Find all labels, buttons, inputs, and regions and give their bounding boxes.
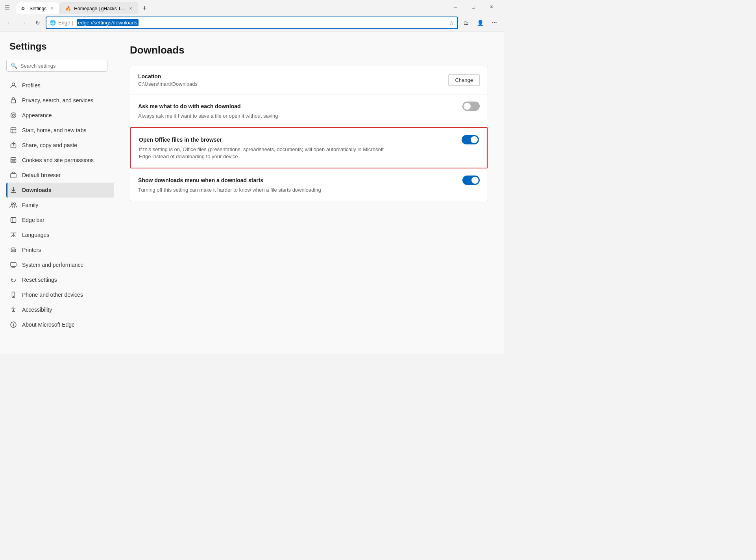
menu-button[interactable]: ··· bbox=[488, 17, 501, 29]
sidebar-item-about-label: About Microsoft Edge bbox=[22, 322, 75, 328]
sidebar-item-share[interactable]: Share, copy and paste bbox=[6, 138, 114, 153]
sidebar-item-privacy[interactable]: Privacy, search, and services bbox=[6, 93, 114, 108]
sidebar-item-printers-label: Printers bbox=[22, 247, 41, 253]
back-button[interactable]: ← bbox=[3, 17, 16, 29]
open-office-toggle-thumb bbox=[471, 136, 478, 143]
svg-point-25 bbox=[13, 307, 14, 308]
maximize-button[interactable]: □ bbox=[464, 1, 482, 13]
minimize-button[interactable]: ─ bbox=[446, 1, 464, 13]
browser-window: ☰ ⚙ Settings ✕ 🔥 Homepage | gHacks Techn… bbox=[0, 0, 504, 354]
svg-rect-11 bbox=[11, 174, 16, 178]
about-icon bbox=[9, 321, 17, 329]
sidebar-item-accessibility-label: Accessibility bbox=[22, 307, 52, 313]
tab-homepage[interactable]: 🔥 Homepage | gHacks Technology ✕ bbox=[60, 2, 138, 15]
sidebar: Settings 🔍 Profiles Privacy, search, and… bbox=[0, 31, 114, 354]
new-tab-button[interactable]: + bbox=[139, 3, 150, 14]
forward-button[interactable]: → bbox=[17, 17, 30, 29]
tab-bar: ⚙ Settings ✕ 🔥 Homepage | gHacks Technol… bbox=[13, 0, 445, 15]
tab-settings[interactable]: ⚙ Settings ✕ bbox=[16, 2, 59, 15]
close-button[interactable]: ✕ bbox=[482, 1, 501, 13]
sidebar-item-reset-label: Reset settings bbox=[22, 277, 57, 283]
sidebar-item-downloads[interactable]: Downloads bbox=[6, 183, 114, 198]
settings-tab-close[interactable]: ✕ bbox=[50, 6, 54, 11]
sidebar-item-edge-bar-label: Edge bar bbox=[22, 217, 44, 223]
system-icon bbox=[9, 261, 17, 269]
sidebar-item-cookies[interactable]: Cookies and site permissions bbox=[6, 153, 114, 168]
sidebar-item-languages[interactable]: Languages bbox=[6, 227, 114, 242]
svg-rect-19 bbox=[12, 251, 15, 252]
sidebar-item-system[interactable]: System and performance bbox=[6, 257, 114, 272]
appearance-icon bbox=[9, 111, 17, 119]
change-button[interactable]: Change bbox=[448, 74, 480, 86]
settings-tab-label: Settings bbox=[30, 6, 46, 11]
search-icon: 🔍 bbox=[11, 63, 17, 69]
show-downloads-toggle-thumb bbox=[471, 177, 479, 184]
share-icon bbox=[9, 141, 17, 149]
collections-button[interactable]: 🗂 bbox=[460, 17, 472, 29]
sidebar-item-profiles[interactable]: Profiles bbox=[6, 78, 114, 93]
search-box[interactable]: 🔍 bbox=[6, 60, 107, 72]
title-bar: ☰ ⚙ Settings ✕ 🔥 Homepage | gHacks Techn… bbox=[0, 0, 504, 14]
sidebar-item-about[interactable]: About Microsoft Edge bbox=[6, 317, 114, 332]
homepage-tab-close[interactable]: ✕ bbox=[128, 6, 133, 11]
favorites-icon[interactable]: ☆ bbox=[449, 20, 454, 26]
sidebar-item-accessibility[interactable]: Accessibility bbox=[6, 302, 114, 317]
sidebar-item-phone[interactable]: Phone and other devices bbox=[6, 287, 114, 302]
address-bar[interactable]: 🌐 Edge | edge://settings/downloads ☆ bbox=[46, 17, 458, 29]
location-row: Location C:\Users\marti\Downloads Change bbox=[130, 66, 488, 94]
reset-icon bbox=[9, 276, 17, 284]
family-icon bbox=[9, 201, 17, 209]
accessibility-icon bbox=[9, 306, 17, 314]
ask-download-toggle-thumb bbox=[464, 103, 471, 110]
sidebar-toggle-icon[interactable]: ☰ bbox=[3, 3, 11, 11]
sidebar-item-languages-label: Languages bbox=[22, 232, 49, 238]
svg-rect-4 bbox=[11, 128, 16, 133]
open-office-desc: If this setting is on, Office files (pre… bbox=[139, 146, 391, 160]
sidebar-item-phone-label: Phone and other devices bbox=[22, 292, 83, 298]
sidebar-item-start-label: Start, home, and new tabs bbox=[22, 127, 86, 133]
open-office-toggle[interactable] bbox=[462, 135, 479, 144]
show-downloads-toggle[interactable] bbox=[462, 176, 480, 185]
profile-button[interactable]: 👤 bbox=[474, 17, 486, 29]
sidebar-title: Settings bbox=[6, 41, 114, 52]
svg-rect-16 bbox=[11, 218, 16, 223]
sidebar-item-downloads-label: Downloads bbox=[22, 187, 52, 193]
profiles-icon bbox=[9, 81, 17, 89]
homepage-tab-icon: 🔥 bbox=[65, 6, 71, 11]
sidebar-item-reset[interactable]: Reset settings bbox=[6, 272, 114, 287]
homepage-tab-label: Homepage | gHacks Technology bbox=[74, 6, 125, 11]
refresh-button[interactable]: ↻ bbox=[31, 17, 44, 29]
default-browser-icon bbox=[9, 171, 17, 179]
svg-point-24 bbox=[13, 296, 14, 297]
sidebar-item-system-label: System and performance bbox=[22, 262, 83, 268]
location-info: Location C:\Users\marti\Downloads bbox=[138, 73, 198, 87]
ask-download-header: Ask me what to do with each download bbox=[138, 102, 480, 111]
sidebar-item-privacy-label: Privacy, search, and services bbox=[22, 97, 93, 103]
svg-point-0 bbox=[12, 83, 15, 86]
sidebar-item-cookies-label: Cookies and site permissions bbox=[22, 157, 94, 163]
show-downloads-header: Show downloads menu when a download star… bbox=[138, 176, 480, 185]
sidebar-item-appearance[interactable]: Appearance bbox=[6, 108, 114, 123]
ask-download-label: Ask me what to do with each download bbox=[138, 103, 241, 109]
sidebar-item-default-browser[interactable]: Default browser bbox=[6, 168, 114, 183]
show-downloads-label: Show downloads menu when a download star… bbox=[138, 177, 263, 183]
sidebar-item-family[interactable]: Family bbox=[6, 198, 114, 213]
sidebar-item-printers[interactable]: Printers bbox=[6, 242, 114, 257]
privacy-icon bbox=[9, 96, 17, 104]
content-area: Settings 🔍 Profiles Privacy, search, and… bbox=[0, 31, 504, 354]
toolbar-right: 🗂 👤 ··· bbox=[460, 17, 501, 29]
page-title: Downloads bbox=[130, 44, 488, 56]
start-home-icon bbox=[9, 126, 17, 134]
sidebar-item-start-home[interactable]: Start, home, and new tabs bbox=[6, 123, 114, 138]
address-url[interactable]: edge://settings/downloads bbox=[77, 19, 138, 26]
open-office-header: Open Office files in the browser bbox=[139, 135, 479, 144]
location-label: Location bbox=[138, 73, 198, 79]
search-input[interactable] bbox=[20, 63, 103, 69]
ask-download-toggle[interactable] bbox=[462, 102, 480, 111]
open-office-row: Open Office files in the browser If this… bbox=[130, 127, 488, 168]
sidebar-item-default-label: Default browser bbox=[22, 172, 61, 178]
svg-point-27 bbox=[13, 323, 14, 324]
show-downloads-row: Show downloads menu when a download star… bbox=[130, 168, 488, 201]
sidebar-item-edge-bar[interactable]: Edge bar bbox=[6, 213, 114, 227]
cookies-icon bbox=[9, 156, 17, 164]
